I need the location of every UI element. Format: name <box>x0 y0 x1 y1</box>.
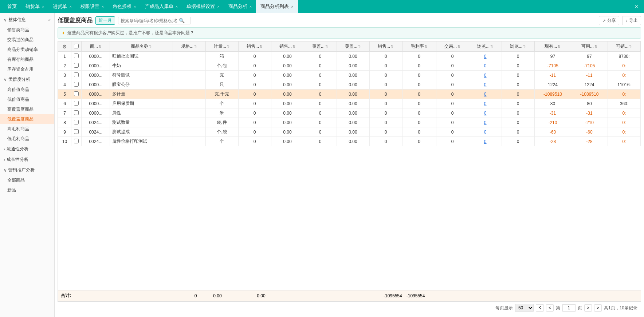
nav-purchase-order[interactable]: 进货单 × <box>48 0 76 13</box>
col-coverage2[interactable]: 覆盖...⇅ <box>337 41 369 52</box>
cell-browse1[interactable]: 0 <box>469 61 502 71</box>
search-input[interactable] <box>121 18 179 23</box>
nav-sales-order[interactable]: 销货单 × <box>21 0 48 13</box>
sidebar-section-overall[interactable]: ∨ 整体信息 « <box>0 15 54 25</box>
col-unit[interactable]: 计量...⇅ <box>205 41 238 52</box>
row-checkbox[interactable] <box>74 110 79 115</box>
sidebar-item-low-value[interactable]: 低价值商品 <box>0 95 54 104</box>
cell-browse1[interactable]: 0 <box>469 137 502 146</box>
share-button[interactable]: ↗ 分享 <box>599 16 619 25</box>
sidebar-item-high-coverage[interactable]: 高覆盖度商品 <box>0 104 54 114</box>
cell-browse1[interactable]: 0 <box>469 108 502 118</box>
export-button[interactable]: ↓ 导出 <box>622 16 641 25</box>
cell-checkbox[interactable] <box>71 127 82 137</box>
page-number-input[interactable] <box>562 304 576 312</box>
sidebar-item-high-value[interactable]: 高价值商品 <box>0 85 54 95</box>
cell-checkbox[interactable] <box>71 90 82 99</box>
sidebar-item-low-margin[interactable]: 低毛利商品 <box>0 134 54 144</box>
data-table-container[interactable]: ⚙ 商...⇅ 商品名称⇅ 规格...⇅ 计量...⇅ 销售...⇅ 销售...… <box>58 41 641 290</box>
nav-product-analysis-list[interactable]: 商品分析列表 × <box>256 0 298 13</box>
cell-checkbox[interactable] <box>71 71 82 80</box>
footer-available: -1095554 <box>404 293 427 298</box>
close-icon[interactable]: × <box>217 4 219 9</box>
row-checkbox[interactable] <box>74 101 79 106</box>
settings-icon[interactable]: ⚙ <box>62 44 67 49</box>
sidebar-item-stocked-goods[interactable]: 有库存的商品 <box>0 55 54 64</box>
nav-permissions[interactable]: 权限设置 × <box>76 0 108 13</box>
cell-checkbox[interactable] <box>71 52 82 61</box>
close-icon[interactable]: × <box>69 4 71 9</box>
page-size-select[interactable]: 50 10 20 100 <box>515 304 534 312</box>
sidebar-item-high-margin[interactable]: 高毛利商品 <box>0 124 54 134</box>
row-checkbox[interactable] <box>74 72 79 77</box>
sidebar-item-category-rate[interactable]: 商品分类动销率 <box>0 45 54 55</box>
cell-browse1[interactable]: 0 <box>469 80 502 90</box>
close-icon[interactable]: × <box>176 4 178 9</box>
sidebar-item-inventory-capital[interactable]: 库存资金占用 <box>0 64 54 74</box>
cell-browse1[interactable]: 0 <box>469 127 502 137</box>
prev-page-button[interactable]: < <box>546 304 554 312</box>
col-sellable[interactable]: 可销...⇅ <box>608 41 640 52</box>
col-browse2[interactable]: 浏览...⇅ <box>502 41 534 52</box>
close-icon[interactable]: × <box>134 4 136 9</box>
col-spec[interactable]: 规格...⇅ <box>173 41 205 52</box>
col-sales-amount[interactable]: 销售...⇅ <box>271 41 304 52</box>
close-icon[interactable]: × <box>250 4 252 9</box>
sidebar-item-all-goods[interactable]: 全部商品 <box>0 175 54 185</box>
col-sales3[interactable]: 销售...⇅ <box>369 41 402 52</box>
row-checkbox[interactable] <box>74 120 79 124</box>
col-available[interactable]: 可用...⇅ <box>571 41 608 52</box>
col-name[interactable]: 商品名称⇅ <box>110 41 173 52</box>
sidebar-section-marketing[interactable]: ∨ 营销推广分析 <box>0 165 54 175</box>
row-checkbox[interactable] <box>74 63 79 68</box>
close-icon[interactable]: × <box>42 4 44 9</box>
cell-browse1[interactable]: 0 <box>469 52 502 61</box>
cell-checkbox[interactable] <box>71 80 82 90</box>
col-sales-count[interactable]: 销售...⇅ <box>238 41 271 52</box>
next-page-button[interactable]: > <box>584 304 592 312</box>
select-all-checkbox[interactable] <box>74 44 79 48</box>
last-page-button[interactable]: > <box>594 304 602 312</box>
cell-checkbox[interactable] <box>71 61 82 71</box>
close-icon[interactable]: × <box>102 4 104 9</box>
row-checkbox[interactable] <box>74 129 79 134</box>
cell-checkbox[interactable] <box>71 108 82 118</box>
nav-template-settings[interactable]: 单据模板设置 × <box>182 0 224 13</box>
close-icon[interactable]: × <box>291 4 293 9</box>
col-settings[interactable]: ⚙ <box>58 41 71 52</box>
col-browse1[interactable]: 浏览...⇅ <box>469 41 502 52</box>
search-icon[interactable]: 🔍 <box>179 18 185 23</box>
row-checkbox[interactable] <box>74 139 79 143</box>
cell-browse1[interactable]: 0 <box>469 118 502 127</box>
window-close-button[interactable]: × <box>632 3 641 10</box>
cell-browse1[interactable]: 0 <box>469 99 502 108</box>
cell-browse1[interactable]: 0 <box>469 90 502 99</box>
sidebar-item-new-goods[interactable]: 新品 <box>0 185 54 195</box>
nav-product-analysis[interactable]: 商品分析 × <box>224 0 256 13</box>
sidebar-section-growth[interactable]: › 成长性分析 <box>0 154 54 165</box>
col-coverage1[interactable]: 覆盖...⇅ <box>304 41 337 52</box>
col-checkbox[interactable] <box>71 41 82 52</box>
time-filter-button[interactable]: 近一月 <box>95 16 115 25</box>
sidebar-item-traded-goods[interactable]: 交易过的商品 <box>0 35 54 45</box>
row-checkbox[interactable] <box>74 54 79 58</box>
col-code[interactable]: 商...⇅ <box>82 41 110 52</box>
sidebar-item-low-coverage[interactable]: 低覆盖度商品 <box>0 114 54 124</box>
nav-finished-goods[interactable]: 产成品入库单 × <box>141 0 182 13</box>
nav-home[interactable]: 首页 <box>3 0 21 13</box>
col-transaction[interactable]: 交易...⇅ <box>436 41 469 52</box>
collapse-icon[interactable]: « <box>48 17 51 23</box>
col-gross-margin[interactable]: 毛利率⇅ <box>402 41 436 52</box>
cell-checkbox[interactable] <box>71 137 82 146</box>
first-page-button[interactable]: K <box>536 304 544 312</box>
row-checkbox[interactable] <box>74 82 79 87</box>
nav-role-auth[interactable]: 角色授权 × <box>108 0 140 13</box>
sidebar-section-group-analysis[interactable]: ∨ 类群度分析 <box>0 74 54 85</box>
sidebar-item-sales-goods[interactable]: 销售类商品 <box>0 25 54 35</box>
row-checkbox[interactable] <box>74 91 79 96</box>
cell-browse1[interactable]: 0 <box>469 71 502 80</box>
col-current-stock[interactable]: 现有...⇅ <box>534 41 571 52</box>
sidebar-section-liquidity[interactable]: › 流通性分析 <box>0 144 54 154</box>
cell-checkbox[interactable] <box>71 118 82 127</box>
cell-checkbox[interactable] <box>71 99 82 108</box>
